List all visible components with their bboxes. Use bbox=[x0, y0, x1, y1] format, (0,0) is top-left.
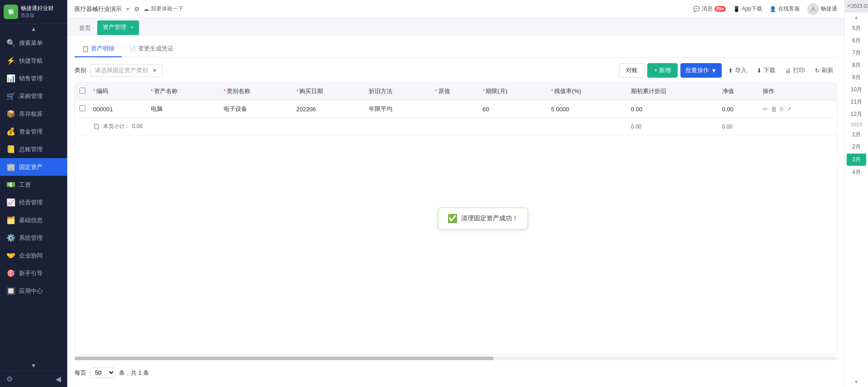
calendar-month-4[interactable]: 4月 bbox=[845, 166, 868, 179]
copy-icon[interactable]: ⎘ bbox=[780, 105, 784, 113]
calendar-month-3-current[interactable]: 3月 bbox=[847, 154, 866, 166]
header-checkbox[interactable] bbox=[75, 83, 89, 100]
calendar-month-6[interactable]: 6月 bbox=[845, 35, 868, 47]
sidebar-header: 畅 畅捷通好业财 普及版 bbox=[0, 0, 67, 24]
sidebar-item-基础信息[interactable]: 🗂️ 基础信息 bbox=[0, 211, 67, 229]
calendar-month-9[interactable]: 9月 bbox=[845, 71, 868, 84]
calendar-month-2[interactable]: 2月 bbox=[845, 141, 868, 153]
print-btn[interactable]: 🖨 打印 bbox=[782, 64, 808, 77]
calendar-month-10[interactable]: 10月 bbox=[845, 84, 868, 96]
dropdown-arrow-icon[interactable]: ▼ bbox=[125, 6, 130, 12]
header-net-value: 净值 bbox=[719, 83, 759, 100]
sidebar-icon-3: 🛒 bbox=[6, 92, 15, 100]
sidebar-item-系统管理[interactable]: ⚙️ 系统管理 bbox=[0, 229, 67, 247]
subtotal-icon: 📋 bbox=[93, 123, 100, 129]
sidebar-item-企业协同[interactable]: 🤝 企业协同 bbox=[0, 247, 67, 264]
subtotal-net: 0.00 bbox=[719, 118, 759, 135]
calendar-month-7[interactable]: 7月 bbox=[845, 47, 868, 59]
sidebar-item-采购管理[interactable]: 🛒 采购管理 bbox=[0, 87, 67, 105]
sidebar-scroll-up[interactable]: ▲ bbox=[0, 24, 67, 34]
sidebar-item-销售管理[interactable]: 📊 销售管理 bbox=[0, 69, 67, 87]
sidebar-label-14: 应用中心 bbox=[19, 287, 43, 295]
new-btn[interactable]: + 新增 bbox=[647, 63, 678, 78]
calendar-scroll-down[interactable]: ▼ bbox=[845, 377, 868, 387]
message-label: 消息 bbox=[702, 5, 713, 13]
message-icon: 💬 bbox=[693, 6, 700, 12]
calendar-month-12[interactable]: 12月 bbox=[845, 108, 868, 120]
cell-actions: ✏ 🗑 ⎘ ↗ bbox=[759, 100, 837, 118]
refresh-btn[interactable]: ↻ 刷新 bbox=[811, 64, 837, 77]
sidebar-item-库存核算[interactable]: 📦 库存核算 bbox=[0, 105, 67, 123]
scrollbar-thumb[interactable] bbox=[74, 357, 494, 360]
download-btn[interactable]: ⬇ 下载 bbox=[753, 64, 779, 77]
sidebar-label-10: 基础信息 bbox=[19, 216, 43, 224]
toolbar: 类别 请选择固定资产类别 ▼ 对账 + 新增 批量操作 ▼ ⬆ 导入 ⬇ bbox=[74, 63, 837, 78]
sidebar-scroll-down[interactable]: ▼ bbox=[0, 361, 67, 371]
pagination: 每页 50 100 200 条，共 1 条 bbox=[74, 364, 837, 382]
sidebar-label-13: 新手引导 bbox=[19, 269, 43, 278]
toast-success: ✅ 清理固定资产成功！ bbox=[438, 208, 528, 229]
header-period: *期限(月) bbox=[479, 83, 547, 100]
sidebar-item-固定资产[interactable]: 🏢 固定资产 bbox=[0, 158, 67, 176]
user-info[interactable]: 人 畅捷通 bbox=[807, 3, 837, 15]
toolbar-left: 类别 请选择固定资产类别 ▼ bbox=[74, 64, 163, 77]
collapse-icon[interactable]: ◀ bbox=[55, 375, 61, 383]
sidebar-item-搜索菜单[interactable]: 🔍 搜索菜单 bbox=[0, 34, 67, 52]
sidebar-item-工资[interactable]: 💵 工资 bbox=[0, 176, 67, 194]
calendar-scroll-up[interactable]: ▲ bbox=[845, 12, 868, 22]
tab-home[interactable]: 首页 bbox=[74, 21, 95, 35]
import-label: 导入 bbox=[735, 66, 747, 74]
online-service-btn[interactable]: 👤 在线客服 bbox=[769, 5, 800, 13]
tab-asset-management[interactable]: 资产管理 × bbox=[97, 20, 139, 35]
edit-icon[interactable]: ✏ bbox=[763, 105, 768, 113]
delete-icon[interactable]: 🗑 bbox=[771, 105, 777, 113]
batch-btn[interactable]: 批量操作 ▼ bbox=[680, 63, 722, 78]
sidebar-label-8: 工资 bbox=[19, 181, 31, 189]
cell-period: 60 bbox=[479, 100, 547, 118]
asset-detail-icon: 📋 bbox=[82, 45, 89, 52]
row-select-checkbox[interactable] bbox=[79, 105, 85, 111]
tab-close-icon[interactable]: × bbox=[131, 25, 134, 30]
sub-tab-voucher[interactable]: 📄 变更生成凭证 bbox=[122, 41, 181, 57]
table: *编码 *资产名称 *类别名称 *购买日期 折旧方法 *原值 *期限(月) *残… bbox=[75, 83, 837, 135]
sidebar-icon-1: ⚡ bbox=[6, 56, 15, 65]
tab-label: 资产管理 bbox=[103, 24, 126, 30]
print-label: 打印 bbox=[793, 66, 805, 74]
sidebar-item-应用中心[interactable]: 🔲 应用中心 bbox=[0, 282, 67, 300]
app-download-btn[interactable]: 📱 App下载 bbox=[733, 5, 762, 13]
sidebar-icon-0: 🔍 bbox=[6, 39, 15, 47]
sidebar-item-经营管理[interactable]: 📈 经营管理 bbox=[0, 194, 67, 211]
sidebar-menu: 🔍 搜索菜单 ⚡ 快捷导航 📊 销售管理 🛒 采购管理 📦 库存核算 💰 资金管… bbox=[0, 34, 67, 361]
app-logo: 畅 bbox=[4, 5, 18, 19]
settings-icon[interactable]: ⚙ bbox=[134, 5, 140, 13]
calendar-month-8[interactable]: 8月 bbox=[845, 59, 868, 71]
sidebar-label-0: 搜索菜单 bbox=[19, 39, 43, 47]
reconcile-btn[interactable]: 对账 bbox=[619, 63, 645, 78]
more-icon[interactable]: ↗ bbox=[786, 105, 792, 113]
sidebar-item-总账管理[interactable]: 📒 总账管理 bbox=[0, 140, 67, 158]
row-checkbox[interactable] bbox=[75, 100, 89, 118]
sub-tab-asset-detail[interactable]: 📋 资产明细 bbox=[74, 41, 122, 57]
experience-btn[interactable]: ☁ 我要体验一下 bbox=[144, 5, 184, 13]
per-page-select[interactable]: 50 100 200 bbox=[90, 367, 115, 378]
calendar-month-1[interactable]: 1月 bbox=[845, 129, 868, 141]
right-panel-close-icon[interactable]: ✕ bbox=[847, 3, 851, 9]
settings-icon[interactable]: ⚙ bbox=[6, 375, 13, 383]
import-btn[interactable]: ⬆ 导入 bbox=[724, 64, 750, 77]
horizontal-scrollbar[interactable] bbox=[74, 357, 837, 360]
calendar-month-5[interactable]: 5月 bbox=[845, 22, 868, 35]
select-all-checkbox[interactable] bbox=[79, 88, 85, 94]
import-icon: ⬆ bbox=[728, 67, 733, 74]
header-acc-depreciation: 期初累计折旧 bbox=[627, 83, 719, 100]
toolbar-right: 对账 + 新增 批量操作 ▼ ⬆ 导入 ⬇ 下载 🖨 打印 bbox=[619, 63, 837, 78]
right-panel-header: ✕ 2023.03 ⤡ bbox=[845, 0, 868, 12]
header-residual-rate: *残值率(%) bbox=[547, 83, 627, 100]
calendar-scroll: 5月 6月 7月 8月 9月 10月 11月 12月 2023 1月 2月 3月… bbox=[845, 22, 868, 377]
category-filter[interactable]: 请选择固定资产类别 ▼ bbox=[90, 64, 163, 77]
sidebar-item-快捷导航[interactable]: ⚡ 快捷导航 bbox=[0, 52, 67, 69]
sidebar-item-资金管理[interactable]: 💰 资金管理 bbox=[0, 123, 67, 140]
sidebar-item-新手引导[interactable]: 🎯 新手引导 bbox=[0, 264, 67, 282]
header-actions: 操作 bbox=[759, 83, 837, 100]
message-btn[interactable]: 💬 消息 99+ bbox=[693, 5, 726, 13]
calendar-month-11[interactable]: 11月 bbox=[845, 96, 868, 108]
